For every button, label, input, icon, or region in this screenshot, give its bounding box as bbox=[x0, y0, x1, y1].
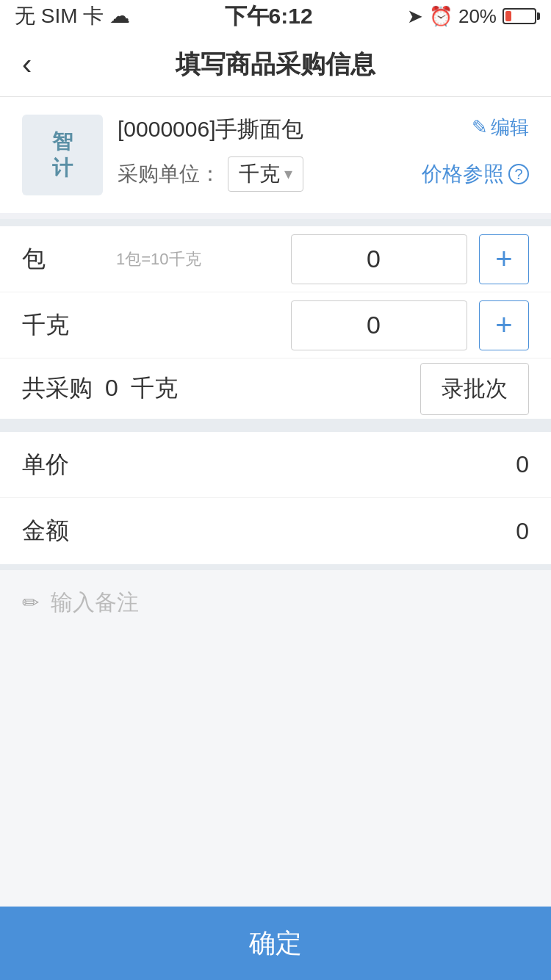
battery-icon bbox=[503, 8, 536, 24]
sim-signal-text: 无 SIM 卡 ☁ bbox=[15, 2, 130, 30]
remark-area[interactable]: ✏ 输入备注 bbox=[0, 570, 551, 717]
total-unit: 千克 bbox=[131, 375, 178, 401]
unit-label: 采购单位： bbox=[118, 160, 220, 188]
section-divider-2 bbox=[0, 425, 551, 432]
edit-icon: ✎ bbox=[472, 116, 488, 139]
logo-line2: 计 bbox=[52, 155, 73, 181]
unit-price-row: 单价 0 bbox=[0, 432, 551, 498]
help-icon: ? bbox=[508, 164, 529, 184]
product-id: [0000006] bbox=[118, 117, 215, 141]
kg-plus-button[interactable]: + bbox=[479, 300, 529, 350]
pencil-icon: ✏ bbox=[22, 591, 39, 615]
product-image: 智 计 bbox=[22, 115, 103, 195]
status-left: 无 SIM 卡 ☁ bbox=[15, 2, 130, 30]
batch-button[interactable]: 录批次 bbox=[420, 363, 529, 415]
amount-row: 金额 0 bbox=[0, 498, 551, 564]
price-section: 单价 0 金额 0 bbox=[0, 432, 551, 570]
unit-value: 千克 bbox=[239, 160, 280, 188]
location-icon: ➤ bbox=[407, 5, 423, 28]
unit-price-value: 0 bbox=[516, 451, 529, 478]
product-header: [0000006]手撕面包 ✎ 编辑 bbox=[118, 115, 529, 145]
total-amount: 0 bbox=[105, 375, 118, 401]
bag-row: 包 1包=10千克 + bbox=[0, 226, 551, 292]
amount-value: 0 bbox=[516, 518, 529, 545]
product-logo: 智 计 bbox=[52, 129, 73, 182]
unit-price-label: 单价 bbox=[22, 449, 69, 481]
status-right: ➤ ⏰ 20% bbox=[407, 5, 536, 28]
chevron-down-icon: ▾ bbox=[284, 165, 292, 184]
logo-line1: 智 bbox=[52, 129, 73, 155]
status-bar: 无 SIM 卡 ☁ 下午6:12 ➤ ⏰ 20% bbox=[0, 0, 551, 32]
confirm-button[interactable]: 确定 bbox=[0, 907, 551, 980]
bag-unit-hint: 1包=10千克 bbox=[116, 248, 201, 270]
status-time: 下午6:12 bbox=[225, 1, 313, 32]
bag-input-wrapper: + bbox=[201, 234, 529, 284]
product-card: 智 计 [0000006]手撕面包 ✎ 编辑 采购单位： 千克 ▾ bbox=[0, 97, 551, 219]
edit-button[interactable]: ✎ 编辑 bbox=[472, 115, 529, 140]
form-section: 包 1包=10千克 + 千克 + bbox=[0, 226, 551, 359]
price-reference-button[interactable]: 价格参照 ? bbox=[422, 160, 529, 188]
bag-input[interactable] bbox=[291, 234, 467, 284]
kg-input[interactable] bbox=[291, 300, 467, 350]
product-title: 手撕面包 bbox=[215, 117, 303, 141]
battery-text: 20% bbox=[458, 5, 497, 28]
kg-row: 千克 + bbox=[0, 292, 551, 359]
kg-input-wrapper: + bbox=[110, 300, 529, 350]
remark-placeholder: 输入备注 bbox=[51, 588, 139, 618]
unit-select-dropdown[interactable]: 千克 ▾ bbox=[228, 156, 303, 192]
section-divider-1 bbox=[0, 219, 551, 226]
total-row: 共采购 0 千克 录批次 bbox=[0, 359, 551, 425]
bag-plus-button[interactable]: + bbox=[479, 234, 529, 284]
back-button[interactable]: ‹ bbox=[22, 40, 46, 88]
amount-label: 金额 bbox=[22, 515, 69, 547]
unit-section: 采购单位： 千克 ▾ bbox=[118, 156, 303, 192]
unit-row: 采购单位： 千克 ▾ 价格参照 ? bbox=[118, 156, 529, 192]
product-info: [0000006]手撕面包 ✎ 编辑 采购单位： 千克 ▾ 价格参照 ? bbox=[118, 115, 529, 192]
total-label: 共采购 bbox=[22, 375, 93, 401]
kg-label: 千克 bbox=[22, 309, 110, 342]
alarm-icon: ⏰ bbox=[429, 5, 453, 28]
page-title: 填写商品采购信息 bbox=[176, 48, 375, 82]
nav-bar: ‹ 填写商品采购信息 bbox=[0, 32, 551, 97]
bag-label: 包 bbox=[22, 243, 110, 275]
total-text: 共采购 0 千克 bbox=[22, 372, 178, 405]
product-name: [0000006]手撕面包 bbox=[118, 115, 303, 145]
price-ref-label: 价格参照 bbox=[422, 160, 504, 188]
edit-label: 编辑 bbox=[491, 115, 529, 140]
